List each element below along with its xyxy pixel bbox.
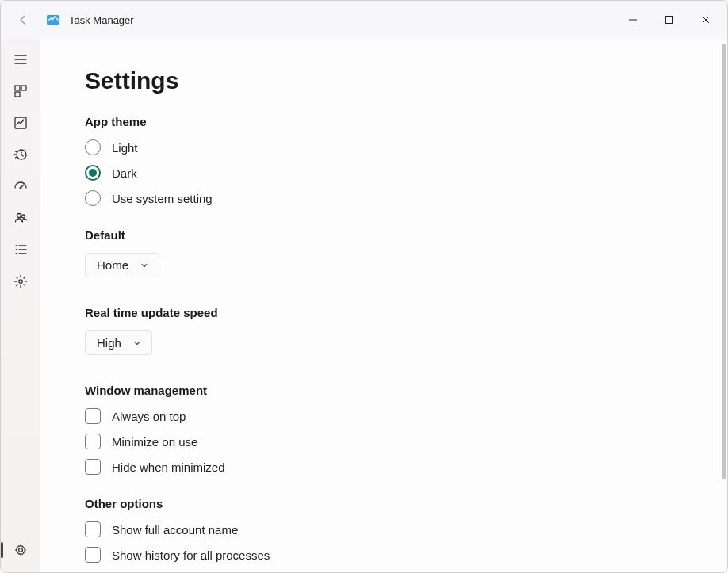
app-history-icon[interactable]	[5, 139, 36, 170]
close-button[interactable]	[688, 7, 724, 32]
checkbox-icon	[85, 408, 101, 424]
checkbox-icon	[85, 547, 101, 563]
content-area: Settings App theme Light Dark Use system…	[40, 39, 727, 572]
page-title: Settings	[85, 67, 656, 94]
details-icon[interactable]	[5, 234, 36, 265]
theme-dark-radio[interactable]: Dark	[85, 165, 656, 181]
theme-system-radio[interactable]: Use system setting	[85, 190, 656, 206]
app-icon	[45, 12, 61, 28]
always-on-top-checkbox[interactable]: Always on top	[85, 408, 656, 424]
svg-point-19	[19, 548, 23, 552]
show-history-label: Show history for all processes	[112, 548, 270, 562]
svg-rect-3	[15, 86, 20, 90]
update-speed-value: High	[97, 336, 121, 350]
theme-system-label: Use system setting	[112, 192, 213, 205]
svg-point-11	[22, 215, 25, 218]
radio-icon	[85, 139, 101, 155]
maximize-button[interactable]	[651, 7, 688, 32]
window-mgmt-group: Window management Always on top Minimize…	[85, 384, 656, 475]
hamburger-button[interactable]	[5, 44, 36, 75]
checkbox-icon	[85, 459, 101, 475]
svg-rect-4	[21, 86, 26, 90]
svg-point-10	[17, 214, 21, 218]
svg-point-14	[16, 253, 17, 254]
svg-point-18	[19, 280, 22, 283]
full-account-checkbox[interactable]: Show full account name	[85, 521, 656, 537]
other-options-label: Other options	[85, 497, 656, 510]
theme-dark-label: Dark	[112, 166, 137, 180]
settings-icon[interactable]	[5, 534, 36, 566]
minimize-on-use-label: Minimize on use	[112, 435, 197, 449]
minimize-button[interactable]	[615, 7, 651, 32]
processes-icon[interactable]	[5, 75, 36, 107]
radio-icon	[85, 165, 101, 181]
sidebar	[1, 39, 40, 572]
show-history-checkbox[interactable]: Show history for all processes	[85, 547, 656, 563]
svg-line-9	[21, 185, 24, 188]
title-bar: Task Manager	[1, 1, 727, 39]
default-group: Default Home	[85, 228, 656, 284]
theme-light-label: Light	[112, 141, 138, 155]
default-value: Home	[97, 258, 128, 272]
checkbox-icon	[85, 521, 101, 537]
chevron-down-icon	[132, 338, 142, 348]
update-speed-dropdown[interactable]: High	[85, 330, 152, 355]
services-icon[interactable]	[5, 265, 36, 297]
app-title: Task Manager	[69, 14, 134, 26]
radio-icon	[85, 190, 101, 206]
minimize-on-use-checkbox[interactable]: Minimize on use	[85, 434, 656, 449]
chevron-down-icon	[140, 261, 149, 270]
hide-minimized-label: Hide when minimized	[112, 460, 225, 474]
theme-light-radio[interactable]: Light	[85, 139, 656, 155]
update-speed-label: Real time update speed	[85, 306, 656, 319]
svg-rect-2	[666, 17, 673, 24]
back-button[interactable]	[12, 9, 34, 31]
app-theme-group: App theme Light Dark Use system setting	[85, 115, 656, 206]
other-options-group: Other options Show full account name Sho…	[85, 497, 656, 563]
users-icon[interactable]	[5, 202, 36, 234]
update-speed-group: Real time update speed High	[85, 306, 656, 361]
performance-icon[interactable]	[5, 107, 36, 139]
default-dropdown[interactable]: Home	[85, 253, 159, 277]
startup-apps-icon[interactable]	[5, 170, 36, 202]
scrollbar[interactable]	[722, 44, 726, 479]
app-theme-label: App theme	[85, 115, 656, 128]
svg-point-13	[16, 249, 17, 250]
svg-rect-5	[15, 92, 20, 97]
default-label: Default	[85, 228, 656, 242]
svg-point-12	[16, 245, 17, 246]
always-on-top-label: Always on top	[112, 410, 186, 423]
checkbox-icon	[85, 434, 101, 449]
full-account-label: Show full account name	[112, 523, 238, 537]
hide-minimized-checkbox[interactable]: Hide when minimized	[85, 459, 656, 475]
window-mgmt-label: Window management	[85, 384, 656, 397]
